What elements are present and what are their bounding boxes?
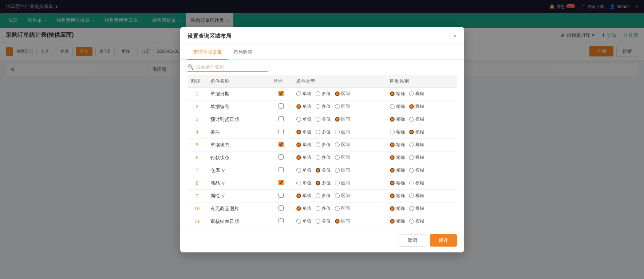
row-show-3[interactable] [269, 126, 293, 138]
row-match-3[interactable]: 精确模糊 [386, 126, 457, 138]
match-option-模糊-10[interactable]: 模糊 [409, 218, 424, 224]
match-option-精确-9[interactable]: 精确 [390, 205, 405, 212]
row-type-2[interactable]: 单值多值区间 [293, 113, 386, 126]
match-option-模糊-4[interactable]: 模糊 [409, 142, 424, 148]
row-show-7[interactable] [269, 177, 293, 189]
row-type-7[interactable]: 单值多值区间 [293, 177, 386, 189]
row-type-0[interactable]: 单值多值区间 [293, 87, 386, 100]
row-show-8[interactable] [269, 189, 293, 202]
type-option-区间-5[interactable]: 区间 [335, 154, 350, 161]
row-match-0[interactable]: 精确模糊 [386, 87, 457, 100]
match-option-精确-4[interactable]: 精确 [390, 142, 405, 148]
type-option-区间-7[interactable]: 区间 [335, 180, 350, 186]
match-option-模糊-9[interactable]: 模糊 [409, 205, 424, 212]
row-match-5[interactable]: 精确模糊 [386, 151, 457, 164]
row-match-8[interactable]: 精确模糊 [386, 189, 457, 202]
type-option-区间-2[interactable]: 区间 [335, 116, 350, 122]
show-checkbox-7[interactable] [278, 180, 284, 185]
type-option-多值-10[interactable]: 多值 [316, 218, 331, 224]
type-option-单值-3[interactable]: 单值 [296, 129, 311, 135]
type-option-多值-4[interactable]: 多值 [316, 142, 331, 148]
row-type-1[interactable]: 单值多值区间 [293, 100, 386, 113]
type-option-区间-4[interactable]: 区间 [335, 142, 350, 148]
type-option-多值-2[interactable]: 多值 [316, 116, 331, 122]
match-option-精确-2[interactable]: 精确 [390, 116, 405, 122]
match-option-精确-8[interactable]: 精确 [390, 193, 405, 199]
match-option-精确-6[interactable]: 精确 [390, 167, 405, 173]
match-option-模糊-1[interactable]: 模糊 [409, 103, 424, 110]
row-match-1[interactable]: 精确模糊 [386, 100, 457, 113]
match-option-模糊-7[interactable]: 模糊 [409, 180, 424, 186]
match-option-精确-5[interactable]: 精确 [390, 154, 405, 161]
row-type-4[interactable]: 单值多值区间 [293, 138, 386, 151]
type-option-区间-0[interactable]: 区间 [335, 91, 350, 97]
save-btn[interactable]: 保存 [430, 234, 457, 247]
search-input[interactable] [196, 64, 261, 70]
row-type-3[interactable]: 单值多值区间 [293, 126, 386, 138]
type-option-单值-6[interactable]: 单值 [296, 167, 311, 173]
type-option-多值-8[interactable]: 多值 [316, 193, 331, 199]
show-checkbox-10[interactable] [278, 218, 284, 223]
type-option-单值-1[interactable]: 单值 [296, 103, 311, 110]
type-option-区间-6[interactable]: 区间 [335, 167, 350, 173]
row-show-2[interactable] [269, 113, 293, 126]
match-option-模糊-6[interactable]: 模糊 [409, 167, 424, 173]
row-match-7[interactable]: 精确模糊 [386, 177, 457, 189]
row-show-1[interactable] [269, 100, 293, 113]
row-type-9[interactable]: 单值多值区间 [293, 202, 386, 215]
show-checkbox-3[interactable] [278, 129, 284, 134]
show-checkbox-0[interactable] [278, 91, 284, 96]
row-type-8[interactable]: 单值多值区间 [293, 189, 386, 202]
type-option-区间-9[interactable]: 区间 [335, 205, 350, 212]
tab-query-fields[interactable]: 查询字段设置 [187, 44, 228, 60]
row-match-9[interactable]: 精确模糊 [386, 202, 457, 215]
row-show-9[interactable] [269, 202, 293, 215]
type-option-多值-3[interactable]: 多值 [316, 129, 331, 135]
show-checkbox-6[interactable] [278, 167, 284, 172]
tab-layout-adjust[interactable]: 布局调整 [228, 44, 258, 60]
type-option-区间-1[interactable]: 区间 [335, 103, 350, 110]
type-option-单值-4[interactable]: 单值 [296, 142, 311, 148]
match-option-精确-3[interactable]: 精确 [390, 129, 405, 135]
match-option-精确-10[interactable]: 精确 [390, 218, 405, 224]
type-option-单值-0[interactable]: 单值 [296, 91, 311, 97]
row-match-4[interactable]: 精确模糊 [386, 138, 457, 151]
type-option-多值-1[interactable]: 多值 [316, 103, 331, 110]
type-option-多值-6[interactable]: 多值 [316, 167, 331, 173]
dialog-close-btn[interactable]: × [453, 33, 457, 39]
show-checkbox-4[interactable] [278, 142, 284, 147]
type-option-单值-9[interactable]: 单值 [296, 205, 311, 212]
type-option-多值-5[interactable]: 多值 [316, 154, 331, 161]
match-option-模糊-0[interactable]: 模糊 [409, 91, 424, 97]
type-option-单值-7[interactable]: 单值 [296, 180, 311, 186]
type-option-区间-10[interactable]: 区间 [335, 218, 350, 224]
show-checkbox-9[interactable] [278, 205, 284, 211]
match-option-精确-7[interactable]: 精确 [390, 180, 405, 186]
show-checkbox-8[interactable] [278, 193, 284, 198]
type-option-多值-7[interactable]: 多值 [316, 180, 331, 186]
row-show-0[interactable] [269, 87, 293, 100]
match-option-精确-0[interactable]: 精确 [390, 91, 405, 97]
show-checkbox-1[interactable] [278, 103, 284, 109]
row-match-6[interactable]: 精确模糊 [386, 164, 457, 177]
row-show-4[interactable] [269, 138, 293, 151]
type-option-单值-5[interactable]: 单值 [296, 154, 311, 161]
row-match-10[interactable]: 精确模糊 [386, 215, 457, 228]
row-match-2[interactable]: 精确模糊 [386, 113, 457, 126]
match-option-精确-1[interactable]: 精确 [390, 103, 405, 110]
row-type-10[interactable]: 单值多值区间 [293, 215, 386, 228]
row-type-6[interactable]: 单值多值区间 [293, 164, 386, 177]
type-option-区间-8[interactable]: 区间 [335, 193, 350, 199]
type-option-多值-0[interactable]: 多值 [316, 91, 331, 97]
match-option-模糊-8[interactable]: 模糊 [409, 193, 424, 199]
type-option-单值-10[interactable]: 单值 [296, 218, 311, 224]
type-option-多值-9[interactable]: 多值 [316, 205, 331, 212]
match-option-模糊-3[interactable]: 模糊 [409, 129, 424, 135]
row-show-6[interactable] [269, 164, 293, 177]
row-show-5[interactable] [269, 151, 293, 164]
cancel-btn[interactable]: 取消 [399, 234, 426, 247]
row-show-10[interactable] [269, 215, 293, 228]
type-option-单值-2[interactable]: 单值 [296, 116, 311, 122]
show-checkbox-2[interactable] [278, 116, 284, 121]
type-option-单值-8[interactable]: 单值 [296, 193, 311, 199]
